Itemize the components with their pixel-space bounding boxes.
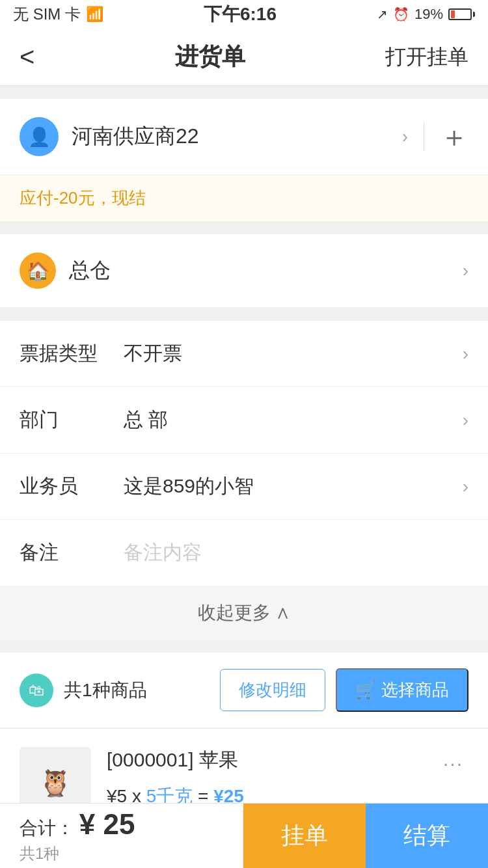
supplier-name: 河南供应商22	[72, 122, 402, 151]
product-code: [0000001]	[107, 749, 199, 770]
supplier-row: 👤 河南供应商22 › ＋	[0, 99, 488, 175]
nav-bar: < 进货单 打开挂单	[0, 29, 488, 86]
total-info: 合计： ¥ 25 共1种	[0, 808, 243, 864]
salesperson-row[interactable]: 业务员 这是859的小智 ›	[0, 454, 488, 520]
status-time: 下午6:16	[204, 2, 277, 27]
warehouse-icon: 🏠	[20, 252, 56, 289]
total-row: 合计： ¥ 25	[20, 808, 224, 841]
select-product-label: 选择商品	[381, 679, 449, 701]
status-carrier: 无 SIM 卡 📶	[13, 4, 103, 25]
supplier-chevron-icon: ›	[402, 126, 408, 147]
remark-placeholder: 备注内容	[124, 539, 468, 566]
supplier-section: 👤 河南供应商22 › ＋ 应付-20元，现结	[0, 99, 488, 221]
collapse-label: 收起更多 ∧	[198, 603, 291, 623]
status-right: ↗ ⏰ 19%	[377, 6, 475, 23]
department-chevron-icon: ›	[463, 410, 468, 431]
invoice-type-row[interactable]: 票据类型 不开票 ›	[0, 321, 488, 387]
remark-row[interactable]: 备注 备注内容	[0, 520, 488, 586]
home-icon: 🏠	[27, 260, 49, 282]
total-bar: 合计： ¥ 25 共1种 挂单 结算	[0, 803, 488, 868]
invoice-type-value: 不开票	[124, 340, 463, 367]
checkout-button[interactable]: 结算	[366, 804, 488, 869]
warehouse-chevron-icon: ›	[463, 260, 468, 281]
department-row[interactable]: 部门 总 部 ›	[0, 387, 488, 454]
cart-icon: 🛒	[355, 680, 376, 700]
owl-icon: 🦉	[39, 768, 72, 798]
product-name: [0000001] 苹果	[107, 747, 431, 774]
section-gap-3	[0, 308, 488, 321]
avatar-icon: 👤	[28, 126, 51, 148]
salesperson-label: 业务员	[20, 473, 111, 500]
section-gap-4	[0, 640, 488, 653]
products-header: 🛍 共1种商品 修改明细 🛒 选择商品	[0, 653, 488, 728]
collapse-row[interactable]: 收起更多 ∧	[0, 586, 488, 640]
info-strip: 应付-20元，现结	[0, 175, 488, 221]
more-options-button[interactable]: ···	[438, 747, 468, 780]
products-icon: 🛍	[20, 673, 53, 707]
location-icon: ↗	[377, 7, 388, 22]
products-count: 共1种商品	[64, 678, 220, 703]
salesperson-value: 这是859的小智	[124, 473, 463, 500]
battery-icon	[448, 8, 475, 20]
vertical-divider	[424, 122, 424, 151]
bag-icon: 🛍	[29, 681, 44, 699]
section-gap-2	[0, 221, 488, 234]
hang-button[interactable]: 挂单	[243, 804, 366, 869]
invoice-type-chevron-icon: ›	[463, 344, 468, 364]
alarm-icon: ⏰	[393, 7, 409, 22]
remark-label: 备注	[20, 539, 111, 566]
total-label: 合计：	[20, 818, 74, 838]
section-gap-1	[0, 86, 488, 99]
product-title: 苹果	[199, 749, 238, 770]
add-supplier-button[interactable]: ＋	[440, 118, 468, 156]
carrier-label: 无 SIM 卡	[13, 4, 81, 25]
back-button[interactable]: <	[20, 42, 34, 72]
open-hang-button[interactable]: 打开挂单	[385, 43, 468, 72]
battery-label: 19%	[414, 6, 443, 23]
department-label: 部门	[20, 407, 111, 433]
salesperson-chevron-icon: ›	[463, 476, 468, 497]
invoice-type-label: 票据类型	[20, 340, 111, 367]
status-bar: 无 SIM 卡 📶 下午6:16 ↗ ⏰ 19%	[0, 0, 488, 29]
edit-detail-button[interactable]: 修改明细	[220, 669, 325, 711]
page-title: 进货单	[175, 41, 245, 73]
product-info: [0000001] 苹果 ¥5 x 5千克 = ¥25	[107, 747, 431, 809]
select-product-button[interactable]: 🛒 选择商品	[336, 668, 468, 712]
form-section: 票据类型 不开票 › 部门 总 部 › 业务员 这是859的小智 › 备注 备注…	[0, 321, 488, 586]
total-amount: ¥ 25	[79, 808, 135, 840]
wifi-icon: 📶	[86, 6, 103, 23]
supplier-avatar: 👤	[20, 117, 59, 156]
total-count: 共1种	[20, 843, 224, 864]
warehouse-name: 总仓	[69, 256, 463, 285]
warehouse-row[interactable]: 🏠 总仓 ›	[0, 234, 488, 308]
department-value: 总 部	[124, 407, 463, 433]
